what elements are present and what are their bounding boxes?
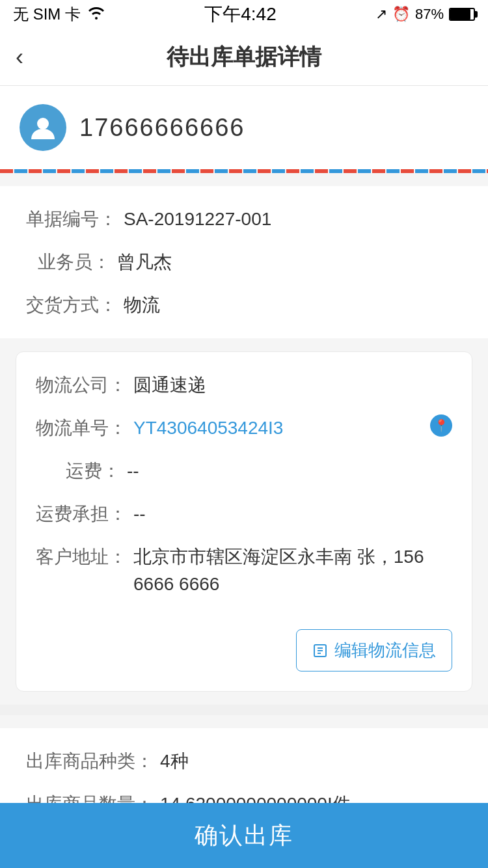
status-right: ↗ ⏰ 87% [375,6,475,23]
customer-address-value: 北京市市辖区海淀区永丰南 张，156 6666 6666 [133,543,452,598]
carrier-label: 无 SIM 卡 [13,4,81,25]
customer-phone: 17666666666 [79,114,245,142]
logistics-company-label: 物流公司： [36,372,127,399]
logistics-card: 物流公司： 圆通速递 物流单号： YT43064053424I3 📍 运费： -… [16,351,472,692]
status-bar: 无 SIM 卡 下午4:42 ↗ ⏰ 87% [0,0,488,29]
logistics-company-value: 圆通速递 [133,372,452,399]
document-number-label: 单据编号： [26,206,117,233]
content-area: 17666666666 单据编号： SA-20191227-001 业务员： 曾… [0,86,488,868]
freight-bearer-label: 运费承担： [36,500,127,528]
customer-header: 17666666666 [0,86,488,169]
goods-types-row: 出库商品种类： 4种 [26,748,462,775]
sales-person-label: 业务员： [26,249,111,276]
page-title: 待出库单据详情 [167,42,321,72]
goods-types-label: 出库商品种类： [26,748,154,775]
sales-person-value: 曾凡杰 [117,249,462,276]
battery-label: 87% [415,6,444,23]
delivery-method-row: 交货方式： 物流 [26,292,462,319]
logistics-company-row: 物流公司： 圆通速递 [36,372,452,399]
delivery-method-value: 物流 [124,292,462,319]
sales-person-row: 业务员： 曾凡杰 [26,249,462,276]
section-divider [0,705,488,715]
document-number-value: SA-20191227-001 [124,206,462,233]
back-button[interactable]: ‹ [16,44,23,71]
avatar [20,104,66,151]
tracking-number-label: 物流单号： [36,414,127,442]
customer-address-row: 客户地址： 北京市市辖区海淀区永丰南 张，156 6666 6666 [36,543,452,598]
status-time: 下午4:42 [204,2,277,27]
alarm-icon: ⏰ [392,6,410,23]
edit-logistics-wrap: 编辑物流信息 [36,614,452,671]
freight-row: 运费： -- [36,457,452,485]
edit-logistics-label: 编辑物流信息 [334,639,436,662]
tracking-number-row: 物流单号： YT43064053424I3 📍 [36,414,452,442]
freight-bearer-value: -- [133,500,452,528]
track-location-icon[interactable]: 📍 [430,414,452,437]
confirm-button[interactable]: 确认出库 [0,803,488,868]
status-left: 无 SIM 卡 [13,4,105,25]
document-number-row: 单据编号： SA-20191227-001 [26,206,462,233]
svg-point-0 [37,118,49,129]
freight-bearer-row: 运费承担： -- [36,500,452,528]
edit-logistics-button[interactable]: 编辑物流信息 [296,629,452,671]
nav-bar: ‹ 待出库单据详情 [0,29,488,86]
customer-address-label: 客户地址： [36,543,127,571]
basic-info-section: 单据编号： SA-20191227-001 业务员： 曾凡杰 交货方式： 物流 [0,186,488,338]
dashed-divider [0,169,488,173]
freight-value: -- [127,457,452,485]
location-status-icon: ↗ [375,6,387,23]
freight-label: 运费： [36,457,120,485]
battery-icon [449,8,475,21]
goods-types-value: 4种 [160,748,462,775]
confirm-button-wrap: 确认出库 [0,803,488,868]
tracking-number-value: YT43064053424I3 [133,414,422,442]
delivery-method-label: 交货方式： [26,292,117,319]
wifi-icon [87,5,105,23]
